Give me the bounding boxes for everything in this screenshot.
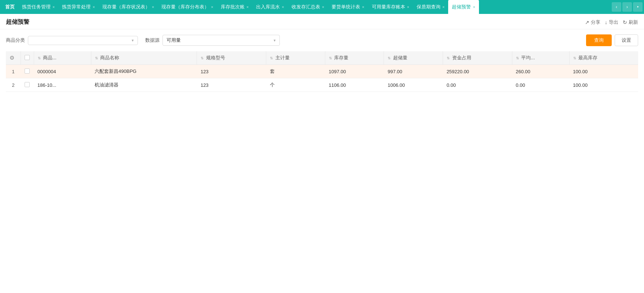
close-task-management[interactable]: × — [52, 5, 55, 9]
sort-avg-icon: ⇅ — [516, 56, 519, 60]
top-navigation: 首页 拣货任务管理 × 拣货异常处理 × 现存量（库存状况表） × 现存量（库存… — [0, 0, 644, 14]
col-product-name-header[interactable]: ⇅ 商品名称 — [91, 51, 197, 65]
row-spec: 123 — [197, 65, 266, 78]
row-index: 2 — [6, 78, 21, 92]
close-available-stock[interactable]: × — [407, 5, 409, 9]
overstock-table: ⚙ ⇅ 商品... ⇅ 商品名称 ⇅ 规格型号 — [6, 51, 638, 92]
nav-expiry-query[interactable]: 保质期查询 × — [413, 0, 448, 14]
nav-exception-handling[interactable]: 拣货异常处理 × — [58, 0, 98, 14]
nav-stock-status[interactable]: 现存量（库存状况表） × — [99, 0, 158, 14]
row-stock: 1097.00 — [325, 65, 384, 78]
table-header-row: ⚙ ⇅ 商品... ⇅ 商品名称 ⇅ 规格型号 — [6, 51, 638, 65]
nav-task-management[interactable]: 拣货任务管理 × — [18, 0, 58, 14]
row-product-name: 机油滤清器 — [91, 78, 197, 92]
col-index: ⚙ — [6, 51, 21, 65]
filter-bar: 商品分类 ▾ 数据源 可用量 ▾ 查询 设置 — [0, 29, 644, 51]
sort-stock-icon: ⇅ — [329, 56, 332, 60]
datasource-chevron-icon: ▾ — [274, 38, 276, 43]
nav-home[interactable]: 首页 — [1, 0, 18, 14]
page-title: 超储预警 — [6, 18, 29, 26]
category-filter-group: 商品分类 ▾ — [6, 36, 138, 45]
close-order-stats[interactable]: × — [362, 5, 364, 9]
col-avg-header[interactable]: ⇅ 平均... — [512, 51, 569, 65]
col-product-code-header[interactable]: ⇅ 商品... — [34, 51, 91, 65]
nav-overstock-warning[interactable]: 超储预警 × — [448, 0, 479, 14]
sort-max-stock-icon: ⇅ — [573, 56, 576, 60]
row-checkbox[interactable] — [21, 78, 34, 92]
datasource-select[interactable]: 可用量 ▾ — [162, 35, 280, 46]
row-capital: 0.00 — [443, 78, 512, 92]
row-over-stock: 1006.00 — [384, 78, 443, 92]
col-spec-header[interactable]: ⇅ 规格型号 — [197, 51, 266, 65]
nav-order-stats[interactable]: 要货单统计表 × — [328, 0, 368, 14]
nav-arrows: ‹ › ‣ — [611, 2, 643, 12]
col-over-stock-header[interactable]: ⇅ 超储量 — [384, 51, 443, 65]
row-max-stock: 100.00 — [569, 78, 638, 92]
nav-receive-summary[interactable]: 收发存汇总表 × — [288, 0, 328, 14]
nav-next-arrow[interactable]: › — [622, 2, 632, 12]
table-settings-gear-icon[interactable]: ⚙ — [10, 55, 14, 61]
close-stock-distribution[interactable]: × — [211, 5, 213, 9]
refresh-icon: ↻ — [623, 19, 627, 25]
sort-product-name-icon: ⇅ — [95, 56, 98, 60]
close-stock-status[interactable]: × — [152, 5, 154, 9]
row-spec: 123 — [197, 78, 266, 92]
row-index: 1 — [6, 65, 21, 78]
export-icon: ↓ — [605, 19, 607, 25]
row-unit: 套 — [266, 65, 325, 78]
share-icon: ↗ — [585, 19, 589, 25]
refresh-action[interactable]: ↻ 刷新 — [623, 19, 638, 26]
page-header: 超储预警 ↗ 分享 ↓ 导出 ↻ 刷新 — [0, 14, 644, 29]
row-stock: 1106.00 — [325, 78, 384, 92]
close-inout-flow[interactable]: × — [282, 5, 284, 9]
row-avg: 0.00 — [512, 78, 569, 92]
nav-prev-arrow[interactable]: ‹ — [612, 2, 621, 12]
page-container: 超储预警 ↗ 分享 ↓ 导出 ↻ 刷新 商品分类 ▾ 数据源 — [0, 14, 644, 293]
close-batch-account[interactable]: × — [246, 5, 249, 9]
nav-batch-account[interactable]: 库存批次账 × — [217, 0, 252, 14]
sort-product-code-icon: ⇅ — [38, 56, 41, 60]
share-action[interactable]: ↗ 分享 — [585, 19, 600, 26]
row-product-code: 186-10... — [34, 78, 91, 92]
query-button[interactable]: 查询 — [586, 34, 612, 46]
export-action[interactable]: ↓ 导出 — [605, 19, 618, 26]
datasource-filter-group: 数据源 可用量 ▾ — [145, 35, 280, 46]
col-checkbox-header[interactable] — [21, 51, 34, 65]
row-unit: 个 — [266, 78, 325, 92]
nav-stock-distribution[interactable]: 现存量（库存分布表） × — [158, 0, 217, 14]
close-overstock-warning[interactable]: × — [473, 5, 475, 9]
table-row: 2186-10...机油滤清器123个1106.001006.000.000.0… — [6, 78, 638, 92]
category-select[interactable]: ▾ — [28, 36, 138, 45]
close-receive-summary[interactable]: × — [322, 5, 324, 9]
category-chevron-icon: ▾ — [132, 38, 134, 43]
col-unit-header[interactable]: ⇅ 主计量 — [266, 51, 325, 65]
col-capital-header[interactable]: ⇅ 资金占用 — [443, 51, 512, 65]
close-expiry-query[interactable]: × — [442, 5, 444, 9]
row-checkbox-box[interactable] — [25, 68, 30, 74]
category-label: 商品分类 — [6, 37, 25, 44]
row-checkbox[interactable] — [21, 65, 34, 78]
col-max-stock-header[interactable]: ⇅ 最高库存 — [569, 51, 638, 65]
close-exception-handling[interactable]: × — [92, 5, 95, 9]
nav-available-stock[interactable]: 可用量库存账本 × — [368, 0, 413, 14]
row-max-stock: 100.00 — [569, 65, 638, 78]
sort-unit-icon: ⇅ — [270, 56, 273, 60]
nav-more-arrow[interactable]: ‣ — [633, 2, 643, 12]
datasource-label: 数据源 — [145, 37, 160, 44]
setting-button[interactable]: 设置 — [615, 34, 638, 46]
page-actions: ↗ 分享 ↓ 导出 ↻ 刷新 — [585, 19, 638, 26]
table-container: ⚙ ⇅ 商品... ⇅ 商品名称 ⇅ 规格型号 — [0, 51, 644, 98]
col-stock-header[interactable]: ⇅ 库存量 — [325, 51, 384, 65]
row-avg: 260.00 — [512, 65, 569, 78]
sort-capital-icon: ⇅ — [447, 56, 450, 60]
row-checkbox-box[interactable] — [25, 82, 30, 87]
table-row: 10000004六配套新昌490BPG123套1097.00997.002592… — [6, 65, 638, 78]
row-product-name: 六配套新昌490BPG — [91, 65, 197, 78]
filter-action-buttons: 查询 设置 — [586, 34, 638, 46]
nav-inout-flow[interactable]: 出入库流水 × — [252, 0, 288, 14]
row-capital: 259220.00 — [443, 65, 512, 78]
select-all-checkbox[interactable] — [25, 55, 30, 60]
sort-spec-icon: ⇅ — [201, 56, 204, 60]
row-product-code: 0000004 — [34, 65, 91, 78]
datasource-select-value: 可用量 — [167, 37, 181, 44]
